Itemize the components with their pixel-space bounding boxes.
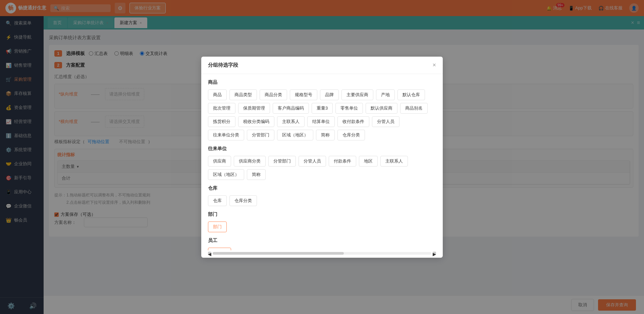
- field-contact2[interactable]: 主联系人: [380, 156, 408, 167]
- field-wh-cat2[interactable]: 仓库分类: [229, 195, 257, 206]
- field-wh[interactable]: 仓库: [208, 195, 227, 206]
- modal-dialog: 分组待选字段 × 商品 商品 商品类型 商品分类 规格型号 品牌 主要供应商 产…: [201, 57, 443, 258]
- field-dept2[interactable]: 分管部门: [268, 156, 296, 167]
- modal-header: 分组待选字段 ×: [201, 57, 443, 74]
- field-abbr[interactable]: 简称: [247, 169, 266, 180]
- field-default-supplier[interactable]: 默认供应商: [366, 103, 397, 114]
- field-charge-dept[interactable]: 分管部门: [247, 130, 274, 140]
- field-expiry-mgmt[interactable]: 保质期管理: [238, 103, 270, 114]
- field-main-contact[interactable]: 主联系人: [277, 116, 305, 127]
- field-wh-category[interactable]: 仓库分类: [337, 130, 365, 140]
- field-goods-category[interactable]: 商品分类: [260, 89, 287, 100]
- field-region-area[interactable]: 区域（地区）: [277, 130, 313, 140]
- field-default-warehouse[interactable]: 默认仓库: [397, 89, 425, 100]
- field-pay-terms[interactable]: 付款条件: [329, 156, 356, 167]
- field-retail-unit[interactable]: 零售单位: [335, 103, 363, 114]
- field-goods[interactable]: 商品: [208, 89, 227, 100]
- hscrollbar-track[interactable]: [213, 252, 431, 255]
- modal-title: 分组待选字段: [208, 62, 238, 68]
- group-warehouse-title: 仓库: [208, 185, 436, 191]
- group-warehouse-fields: 仓库 仓库分类: [208, 195, 436, 206]
- field-payment-terms[interactable]: 收付款条件: [337, 116, 369, 127]
- field-goods-alias[interactable]: 商品别名: [400, 103, 428, 114]
- field-customer-code[interactable]: 客户商品编码: [273, 103, 309, 114]
- field-region2[interactable]: 区域（地区）: [208, 169, 244, 180]
- field-spec-type[interactable]: 规格型号: [290, 89, 317, 100]
- group-dept-title: 部门: [208, 211, 436, 217]
- field-brand[interactable]: 品牌: [320, 89, 339, 100]
- modal-close-button[interactable]: ×: [432, 62, 436, 68]
- field-supplier-category[interactable]: 供应商分类: [234, 156, 266, 167]
- field-batch-mgmt[interactable]: 批次管理: [208, 103, 235, 114]
- hscroll-left-arrow[interactable]: ◀: [208, 252, 211, 255]
- field-goods-type[interactable]: 商品类型: [229, 89, 257, 100]
- field-charge-staff[interactable]: 分管人员: [299, 156, 326, 167]
- group-transaction-fields: 供应商 供应商分类 分管部门 分管人员 付款条件 地区 主联系人 区域（地区） …: [208, 156, 436, 180]
- group-employee-fields: 业务员: [208, 248, 436, 250]
- group-dept-fields: 部门: [208, 222, 436, 232]
- field-charge-person[interactable]: 分管人员: [372, 116, 399, 127]
- field-short-name[interactable]: 简称: [316, 130, 335, 140]
- group-goods-fields: 商品 商品类型 商品分类 规格型号 品牌 主要供应商 产地 默认仓库 批次管理 …: [208, 89, 436, 140]
- hscrollbar-thumb[interactable]: [213, 252, 344, 255]
- field-sales-staff[interactable]: 业务员: [208, 248, 231, 250]
- field-pickup-points[interactable]: 拣货积分: [208, 116, 235, 127]
- field-tax-code[interactable]: 税收分类编码: [238, 116, 274, 127]
- modal-body: 商品 商品 商品类型 商品分类 规格型号 品牌 主要供应商 产地 默认仓库 批次…: [201, 74, 443, 250]
- field-area[interactable]: 地区: [359, 156, 378, 167]
- group-goods-title: 商品: [208, 79, 436, 85]
- modal-overlay: 分组待选字段 × 商品 商品 商品类型 商品分类 规格型号 品牌 主要供应商 产…: [0, 0, 644, 314]
- field-dept-field[interactable]: 部门: [208, 222, 227, 232]
- field-main-supplier[interactable]: 主要供应商: [341, 89, 373, 100]
- group-employee-title: 员工: [208, 238, 436, 244]
- field-weight3[interactable]: 重量3: [312, 103, 333, 114]
- field-settlement-unit[interactable]: 结算单位: [307, 116, 335, 127]
- hscroll-right-arrow[interactable]: ▶: [433, 252, 436, 255]
- field-supplier[interactable]: 供应商: [208, 156, 231, 167]
- field-from-unit-cat[interactable]: 往来单位分类: [208, 130, 244, 140]
- field-origin[interactable]: 产地: [376, 89, 395, 100]
- group-transaction-title: 往来单位: [208, 146, 436, 152]
- modal-hscrollbar-area: ◀ ▶: [201, 250, 443, 258]
